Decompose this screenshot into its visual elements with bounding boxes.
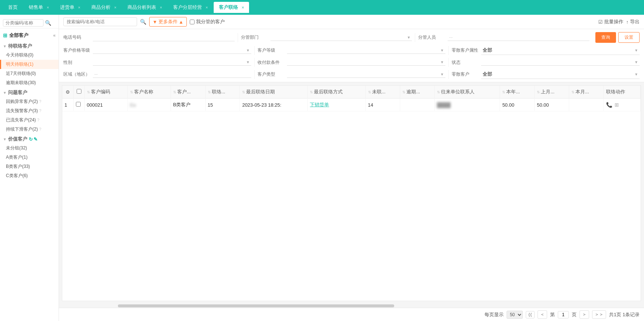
per-page-select[interactable]: 50 — [507, 311, 523, 319]
arrow-icon: ▼ — [3, 44, 7, 48]
close-icon[interactable]: × — [160, 5, 162, 10]
sort-icon[interactable]: ⇅ — [437, 90, 440, 94]
nav-home[interactable]: 首页 — [3, 2, 23, 13]
customer-grade-select[interactable]: ▼ — [287, 47, 445, 54]
close-icon[interactable]: × — [78, 5, 80, 10]
all-customers-section[interactable]: ⊞ 全部客户 « — [0, 30, 59, 41]
scrollbar-thumb[interactable] — [118, 304, 394, 307]
close-icon[interactable]: × — [47, 5, 49, 10]
sidebar-item-today-contact[interactable]: 今天待联络(0) — [0, 51, 59, 60]
page-input[interactable] — [558, 311, 569, 318]
sidebar-search-input[interactable] — [3, 19, 43, 27]
sort-icon[interactable]: ⇅ — [502, 90, 505, 94]
nav-purchase[interactable]: 进货单 × — [55, 2, 85, 13]
filter-search-icon[interactable]: 🔍 — [140, 19, 146, 25]
sort-icon[interactable]: ⇅ — [173, 90, 176, 94]
retail-customer-field: 零散客户 全部 ▼ — [452, 70, 640, 79]
sidebar-item-tomorrow-contact[interactable]: 明天待联络(1) — [0, 60, 59, 69]
gender-select[interactable]: ▼ — [93, 59, 251, 66]
sort-icon[interactable]: ⇅ — [87, 90, 90, 94]
chevron-up-icon: ▲ — [179, 19, 183, 25]
more-conditions-btn[interactable]: ▼ 更多条件 ▲ — [149, 17, 187, 27]
col-name: ⇅客户名称 — [127, 86, 171, 99]
my-customers-check[interactable] — [190, 20, 195, 24]
sidebar-item-repurchase-abnormal[interactable]: 回购异常客户(2) ? — [0, 97, 59, 106]
sort-icon[interactable]: ⇅ — [242, 90, 245, 94]
sidebar-item-churned[interactable]: 已流失客户(24) ? — [0, 115, 59, 125]
customer-type-select[interactable]: ▼ — [287, 71, 445, 78]
export-btn[interactable]: ↑ 导出 — [626, 18, 640, 25]
sort-icon[interactable]: ⇅ — [130, 90, 133, 94]
problem-group-label: 问题客户 — [8, 89, 27, 96]
sidebar-item-class-b[interactable]: B类客户(33) — [0, 162, 59, 171]
sidebar-item-class-a[interactable]: A类客户(1) — [0, 153, 59, 162]
area-select[interactable]: ··· — [93, 71, 251, 78]
gear-icon[interactable]: ⚙ — [66, 89, 70, 95]
customer-type-label: 客户类型 — [258, 71, 287, 77]
col-checkbox — [73, 86, 84, 99]
select-all-checkbox[interactable] — [77, 89, 81, 94]
sort-icon[interactable]: ⇅ — [368, 90, 371, 94]
refresh-icon[interactable]: ↻ — [29, 137, 33, 142]
phone-input[interactable] — [93, 34, 235, 41]
nav-customer-contact[interactable]: 客户联络 × — [214, 2, 249, 13]
status-select[interactable]: ▼ — [481, 59, 640, 66]
checkbox-icon: ☑ — [598, 19, 603, 25]
prev-page-btn[interactable]: ＜ — [538, 310, 547, 319]
first-page-btn[interactable]: ⟨⟨ — [526, 311, 535, 318]
sidebar-item-declining[interactable]: 持续下滑客户(2) ? — [0, 125, 59, 134]
sidebar-item-ungrouped[interactable]: 未分组(32) — [0, 144, 59, 153]
close-icon[interactable]: × — [206, 5, 208, 10]
sort-icon[interactable]: ⇅ — [208, 90, 211, 94]
chevron-down-icon: ▼ — [634, 60, 638, 64]
sidebar-item-class-c[interactable]: C类客户(6) — [0, 171, 59, 180]
close-icon[interactable]: × — [242, 5, 244, 10]
cell-code: 000021 — [84, 99, 127, 111]
dept-select[interactable]: ▼ — [270, 34, 412, 41]
arrow-icon: ▼ — [3, 137, 7, 141]
sidebar-item-7days-contact[interactable]: 近7天待联络(0) — [0, 69, 59, 78]
horizontal-scrollbar[interactable] — [59, 304, 644, 308]
price-grade-select[interactable]: ▼ — [93, 47, 251, 54]
next-page-btn[interactable]: ＞ — [580, 310, 589, 319]
nav-sales[interactable]: 销售单 × — [24, 2, 54, 13]
sort-icon[interactable]: ⇅ — [537, 90, 540, 94]
sidebar-search-icon[interactable]: 🔍 — [45, 20, 51, 26]
sidebar-item-churn-warning[interactable]: 流失预警客户(3) ? — [0, 106, 59, 115]
edit-icon[interactable]: ✎ — [34, 137, 38, 142]
payment-field: 收付款条件 ▼ — [258, 59, 445, 66]
grid-action-icon[interactable]: ⊞ — [615, 102, 619, 108]
sort-icon[interactable]: ⇅ — [310, 90, 313, 94]
filter-icon: ▼ — [153, 19, 157, 25]
phone-action-icon[interactable]: 📞 — [606, 102, 612, 108]
sort-icon[interactable]: ⇅ — [402, 90, 405, 94]
customer-grade-field: 客户等级 ▼ — [258, 47, 445, 54]
last-page-btn[interactable]: ＞＞ — [592, 310, 606, 319]
phone-field: 电话号码 — [63, 34, 235, 41]
cell-this-month — [569, 99, 603, 111]
query-btn[interactable]: 查询 — [595, 32, 616, 43]
row-checkbox[interactable] — [76, 102, 81, 107]
contact-method-link[interactable]: 下销货单 — [310, 102, 329, 107]
customer-name-text: Ea — [130, 102, 136, 108]
cell-last-month: 50.00 — [535, 99, 569, 111]
col-last-contact-date: ⇅最后联络日期 — [240, 86, 308, 99]
chevron-down-icon: ▼ — [440, 72, 444, 76]
nav-product-analysis-list[interactable]: 商品分析列表 × — [122, 2, 167, 13]
retail-attr-select[interactable]: 全部 ▼ — [481, 46, 640, 55]
person-select[interactable]: ··· — [448, 34, 589, 41]
reset-btn[interactable]: 设置 — [618, 32, 640, 43]
batch-ops-btn[interactable]: ☑ 批量操作 — [598, 18, 623, 25]
price-grade-field: 客户价格等级 ▼ — [63, 47, 251, 54]
sort-icon[interactable]: ⇅ — [571, 90, 574, 94]
collapse-icon[interactable]: « — [53, 33, 56, 38]
retail-customer-select[interactable]: 全部 ▼ — [481, 70, 640, 79]
nav-product-analysis[interactable]: 商品分析 × — [86, 2, 122, 13]
sidebar-item-overdue-contact[interactable]: 逾期未联络(30) — [0, 78, 59, 87]
my-customers-checkbox[interactable]: 我分管的客户 — [190, 18, 225, 25]
payment-select[interactable]: ▼ — [287, 59, 445, 66]
col-this-month: ⇅本月... — [569, 86, 603, 99]
close-icon[interactable]: × — [114, 5, 116, 10]
nav-customer-segmentation[interactable]: 客户分层经营 × — [168, 2, 213, 13]
filter-search-input[interactable] — [63, 17, 137, 26]
